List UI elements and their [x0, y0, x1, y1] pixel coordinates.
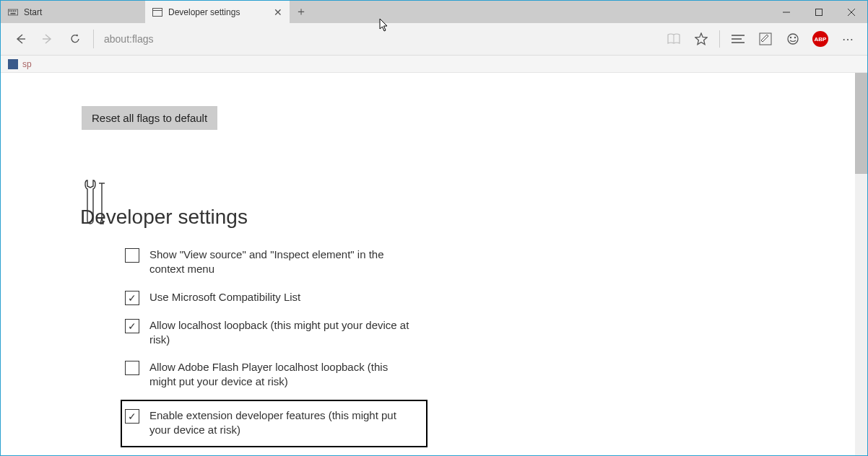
tab-label: Developer settings	[168, 7, 240, 17]
option-checkbox[interactable]	[125, 291, 139, 305]
address-bar[interactable]: about:flags	[101, 33, 659, 45]
separator	[719, 30, 720, 48]
svg-rect-5	[11, 12, 16, 14]
svg-point-20	[790, 37, 791, 38]
option-row: Use Microsoft Compatibility List	[125, 286, 425, 314]
option-label: Allow Adobe Flash Player localhost loopb…	[149, 360, 417, 390]
option-row: Allow localhost loopback (this might put…	[125, 314, 425, 356]
favorite-item-icon	[8, 59, 18, 69]
favorite-star-icon[interactable]	[689, 27, 713, 51]
option-label: Enable extension developer features (thi…	[149, 408, 417, 438]
option-label: Show "View source" and "Inspect element"…	[149, 247, 417, 277]
svg-rect-6	[153, 8, 162, 16]
window-controls	[770, 1, 867, 23]
option-row: Allow Adobe Flash Player localhost loopb…	[125, 356, 425, 398]
minimize-button[interactable]	[770, 1, 802, 23]
page-title: Developer settings	[80, 206, 867, 229]
svg-rect-4	[15, 10, 17, 12]
refresh-button[interactable]	[63, 27, 87, 51]
option-label: Allow localhost loopback (this might put…	[149, 318, 417, 348]
svg-point-21	[794, 37, 796, 38]
options-list: Show "View source" and "Inspect element"…	[125, 243, 867, 456]
svg-rect-3	[13, 10, 14, 12]
tab-label: Start	[24, 7, 42, 17]
maximize-button[interactable]	[802, 1, 835, 23]
svg-rect-9	[815, 9, 822, 15]
option-label: Use Microsoft Compatibility List	[149, 290, 300, 304]
svg-point-19	[788, 34, 798, 44]
reading-view-icon[interactable]	[661, 27, 686, 51]
title-bar: Start Developer settings ✕ ＋	[1, 1, 867, 23]
favorites-bar: sp	[1, 56, 867, 73]
option-checkbox[interactable]	[125, 319, 139, 333]
hub-icon[interactable]	[726, 27, 750, 51]
option-checkbox[interactable]	[125, 361, 139, 375]
svg-rect-0	[8, 9, 17, 15]
tab-start[interactable]: Start	[1, 1, 145, 23]
option-row: Allow unrestricted memory consumption fo…	[125, 450, 425, 456]
abp-extension-icon[interactable]: ABP	[808, 27, 833, 51]
favorite-item[interactable]: sp	[22, 59, 32, 69]
close-window-button[interactable]	[835, 1, 867, 23]
svg-rect-2	[11, 10, 12, 12]
nav-toolbar: about:flags ABP ⋯	[1, 23, 867, 56]
keyboard-icon	[8, 7, 18, 17]
close-tab-icon[interactable]: ✕	[274, 6, 282, 18]
back-button[interactable]	[8, 27, 32, 51]
more-menu-icon[interactable]: ⋯	[836, 27, 860, 51]
page-content: Reset all flags to default Developer set…	[1, 73, 867, 456]
window-icon	[152, 7, 162, 17]
separator	[93, 30, 94, 48]
tab-developer-settings[interactable]: Developer settings ✕	[145, 1, 290, 23]
option-row: Show "View source" and "Inspect element"…	[125, 243, 425, 286]
option-row: Enable extension developer features (thi…	[121, 400, 428, 448]
reset-flags-button[interactable]: Reset all flags to default	[82, 106, 217, 130]
option-checkbox[interactable]	[125, 409, 139, 424]
option-checkbox[interactable]	[125, 248, 139, 263]
scrollbar-thumb[interactable]	[855, 73, 867, 174]
svg-rect-1	[9, 10, 11, 12]
web-note-icon[interactable]	[753, 27, 778, 51]
share-icon[interactable]	[781, 27, 805, 51]
new-tab-button[interactable]: ＋	[290, 1, 313, 23]
forward-button[interactable]	[35, 27, 60, 51]
